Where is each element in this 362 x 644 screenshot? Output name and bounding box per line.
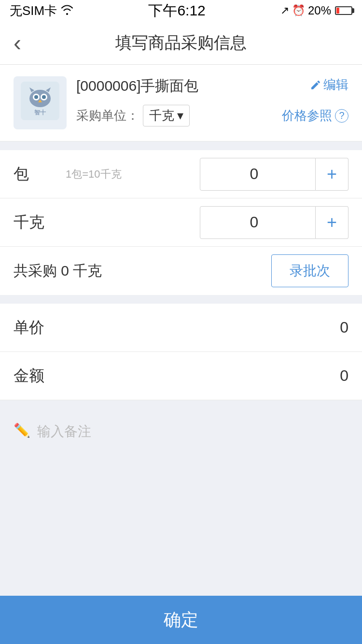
amount-row: 金额 0 [0, 352, 362, 400]
notes-section: ✏️ 输入备注 [0, 409, 362, 496]
battery-percent: 20% [308, 4, 331, 17]
status-time: 下午6:12 [148, 1, 205, 21]
kg-input-row: 千克 + [0, 198, 362, 247]
pack-input-row: 包 1包=10千克 + [0, 150, 362, 198]
pack-sublabel: 1包=10千克 [66, 167, 122, 182]
kg-quantity-input[interactable] [200, 206, 316, 239]
pack-plus-button[interactable]: + [316, 158, 348, 191]
carrier-text: 无SIM卡 [10, 2, 57, 19]
product-name: [0000006]手撕面包 [76, 76, 198, 96]
price-ref-help-icon: ? [335, 109, 348, 123]
kg-plus-button[interactable]: + [316, 206, 348, 239]
unit-value: 千克 [149, 107, 174, 124]
divider-2 [0, 295, 362, 304]
svg-point-1 [29, 90, 51, 107]
product-card: 智十 [0000006]手撕面包 编辑 采购单位： 千克 ▾ [0, 65, 362, 141]
pack-label: 包 [14, 164, 62, 185]
price-section: 单价 0 金额 0 [0, 304, 362, 400]
summary-row: 共采购 0 千克 录批次 [0, 247, 362, 295]
unit-label: 采购单位： [76, 107, 139, 124]
unit-price-value: 0 [340, 319, 348, 336]
product-image: 智十 [14, 76, 67, 129]
amount-label: 金额 [14, 365, 44, 387]
kg-label: 千克 [14, 212, 62, 233]
summary-text: 共采购 0 千克 [14, 261, 102, 281]
confirm-button[interactable]: 确定 [0, 596, 362, 644]
unit-dropdown[interactable]: 千克 ▾ [143, 105, 190, 126]
wifi-icon [61, 3, 73, 18]
edit-button[interactable]: 编辑 [310, 76, 348, 93]
alarm-icon: ⏰ [292, 4, 305, 17]
kg-input-group: + [200, 206, 348, 239]
pack-quantity-input[interactable] [200, 158, 316, 191]
pack-input-group: + [200, 158, 348, 191]
dropdown-icon: ▾ [177, 108, 183, 123]
status-right-icons: ↗ ⏰ 20% [280, 4, 352, 17]
divider-3 [0, 400, 362, 409]
amount-value: 0 [340, 367, 348, 385]
svg-point-5 [42, 95, 46, 99]
status-bar: 无SIM卡 下午6:12 ↗ ⏰ 20% [0, 0, 362, 21]
batch-button[interactable]: 录批次 [271, 254, 348, 287]
price-reference-button[interactable]: 价格参照 ? [282, 107, 348, 124]
location-icon: ↗ [280, 4, 289, 17]
battery-icon [335, 6, 352, 15]
product-unit-row: 采购单位： 千克 ▾ 价格参照 ? [76, 105, 348, 126]
product-logo: 智十 [21, 82, 59, 124]
product-title: 手撕面包 [140, 78, 198, 94]
svg-point-4 [34, 95, 38, 99]
product-name-row: [0000006]手撕面包 编辑 [76, 76, 348, 96]
svg-text:智十: 智十 [34, 109, 46, 116]
notes-placeholder[interactable]: 输入备注 [37, 422, 91, 441]
price-ref-label: 价格参照 [282, 107, 332, 124]
edit-label: 编辑 [323, 76, 348, 93]
page-title: 填写商品采购信息 [115, 32, 247, 54]
nav-bar: ‹ 填写商品采购信息 [0, 21, 362, 65]
status-carrier: 无SIM卡 [10, 2, 73, 19]
back-button[interactable]: ‹ [14, 29, 21, 56]
divider-1 [0, 141, 362, 150]
product-info: [0000006]手撕面包 编辑 采购单位： 千克 ▾ 价格参照 ? [76, 76, 348, 126]
pencil-icon: ✏️ [14, 422, 30, 438]
unit-price-label: 单价 [14, 317, 44, 338]
unit-price-row: 单价 0 [0, 304, 362, 352]
product-id: [0000006] [76, 78, 140, 94]
notes-input-area[interactable]: ✏️ 输入备注 [14, 422, 348, 441]
input-section: 包 1包=10千克 + 千克 + [0, 150, 362, 247]
